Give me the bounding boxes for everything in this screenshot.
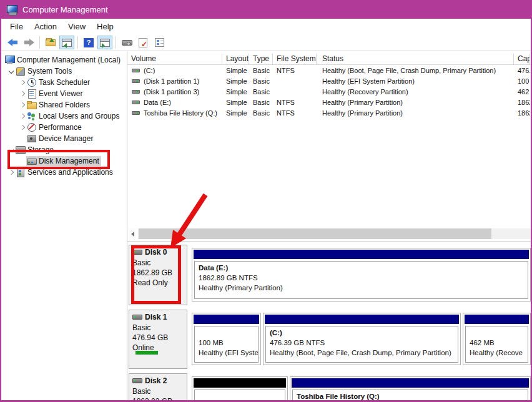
up-one-level-button[interactable] — [43, 36, 58, 49]
disk-management-icon — [27, 157, 36, 165]
volume-row-data-e[interactable]: Data (E:) Simple Basic NTFS Healthy (Pri… — [127, 97, 531, 107]
toolbar: ? — [1, 34, 531, 51]
volume-row-disk1p1[interactable]: (Disk 1 partition 1) Simple Basic Health… — [127, 76, 531, 86]
volume-capacity: 1862 — [514, 99, 530, 106]
computer-management-app-icon — [7, 5, 17, 14]
tree-item-performance[interactable]: Performance — [1, 122, 127, 133]
partition-health: Healthy (Recove — [470, 348, 526, 358]
menu-view[interactable]: View — [62, 21, 91, 32]
back-button[interactable] — [5, 36, 20, 49]
partition-c[interactable]: (C:) 476.39 GB NTFS Healthy (Boot, Page … — [263, 313, 461, 365]
arrow-right-icon — [24, 39, 34, 46]
scroll-left-arrow-icon — [131, 232, 134, 237]
volume-status: Healthy (Primary Partition) — [317, 99, 514, 106]
tree-item-disk-management[interactable]: Disk Management — [1, 155, 127, 167]
tree-chevron-icon[interactable] — [18, 100, 26, 109]
help-button[interactable]: ? — [81, 36, 96, 49]
show-console-tree-button[interactable] — [59, 36, 74, 49]
tree-item-task-scheduler[interactable]: Task Scheduler — [1, 77, 127, 88]
volume-list: VolumeLayoutTypeFile SystemStatusCapacit… — [127, 54, 531, 118]
performance-icon — [27, 123, 36, 132]
partition-efi-system[interactable]: 100 MB Healthy (EFI System — [192, 313, 261, 365]
tree-item-computer-management[interactable]: Computer Management (Local) — [1, 54, 127, 66]
volume-drive-icon — [132, 100, 140, 104]
volume-row-c[interactable]: (C:) Simple Basic NTFS Healthy (Boot, Pa… — [127, 65, 531, 76]
disk-drive-icon — [132, 315, 142, 320]
tree-chevron-icon[interactable] — [7, 145, 15, 154]
tree-item-label: Performance — [39, 123, 82, 132]
tree-chevron-icon[interactable] — [18, 89, 26, 98]
disk-status: Read Only — [132, 278, 187, 288]
tree-chevron-icon[interactable] — [18, 78, 26, 87]
col-volume[interactable]: Volume — [127, 54, 222, 64]
disk-type: Basic — [132, 258, 187, 268]
tree-chevron-icon[interactable] — [18, 123, 26, 132]
toolbar-separator[interactable] — [39, 36, 40, 49]
tree-item-shared-folders[interactable]: Shared Folders — [1, 99, 127, 110]
tree-chevron-icon[interactable] — [18, 112, 26, 120]
event-viewer-icon — [27, 89, 36, 98]
partition-toshiba-q[interactable]: Toshiba File History (Q:) 1862.92 GB NTF… — [290, 376, 531, 402]
disk-1-label[interactable]: Disk 1 Basic 476.94 GB Online — [129, 310, 187, 369]
col-layout[interactable]: Layout — [222, 54, 249, 64]
partition-size: 1862.89 GB NTFS — [199, 273, 526, 283]
tree-chevron-icon[interactable] — [7, 67, 15, 76]
disk-type: Basic — [132, 323, 187, 333]
menu-action[interactable]: Action — [29, 21, 62, 32]
disk-0-label[interactable]: Disk 0 Basic 1862.89 GB Read Only — [129, 245, 187, 305]
col-status[interactable]: Status — [317, 54, 514, 64]
task-checklist-button[interactable] — [152, 36, 167, 49]
tree-item-storage[interactable]: Storage — [1, 144, 127, 155]
partition-color-bar — [292, 378, 529, 388]
tree-item-system-tools[interactable]: System Tools — [1, 66, 127, 77]
partition-size: 100 MB — [199, 338, 257, 348]
tree-item-label: Task Scheduler — [39, 78, 90, 87]
partition-color-bar — [265, 315, 459, 324]
tree-item-device-manager[interactable]: Device Manager — [1, 133, 127, 144]
tree-item-event-viewer[interactable]: Event Viewer — [1, 88, 127, 99]
disk-type: Basic — [132, 386, 187, 396]
computer-management-window: Computer Management FileActionViewHelp ? — [0, 0, 532, 402]
toolbar-separator[interactable] — [77, 36, 78, 49]
forward-button[interactable] — [21, 36, 36, 49]
disk-1-row: Disk 1 Basic 476.94 GB Online — [129, 310, 531, 369]
horizontal-scrollbar[interactable] — [127, 228, 531, 239]
volume-name: Toshiba File History (Q:) — [144, 109, 217, 117]
scroll-left-button[interactable] — [127, 228, 138, 239]
tree-chevron-icon[interactable] — [7, 168, 15, 177]
menu-help[interactable]: Help — [91, 21, 119, 32]
drive-tool-button[interactable] — [119, 36, 134, 49]
volume-layout: Simple — [222, 109, 249, 117]
disk-name: Disk 0 — [145, 248, 167, 257]
tree-item-services-and-applications[interactable]: Services and Applications — [1, 167, 127, 178]
scrollbar-thumb[interactable] — [139, 228, 491, 239]
tree-chevron-icon[interactable] — [18, 134, 26, 143]
tree-chevron-icon[interactable] — [18, 157, 26, 165]
volume-row-toshiba[interactable]: Toshiba File History (Q:) Simple Basic N… — [127, 107, 531, 118]
check-document-button[interactable] — [135, 36, 150, 49]
partition-recovery[interactable]: 462 MB Healthy (Recove — [463, 313, 531, 365]
drive-tool-icon — [122, 40, 132, 46]
tree-item-local-users-and-groups[interactable]: Local Users and Groups — [1, 110, 127, 122]
volume-layout: Simple — [222, 88, 249, 96]
disk-2-label[interactable]: Disk 2 Basic 1863.02 GB — [129, 373, 187, 402]
tree-item-label: Computer Management (Local) — [17, 56, 121, 64]
volume-status: Healthy (Boot, Page File, Crash Dump, Pr… — [317, 67, 514, 74]
partition-101mb[interactable]: 101 MB — [192, 376, 288, 402]
title-bar: Computer Management — [1, 0, 531, 19]
partition-data-e[interactable]: Data (E:) 1862.89 GB NTFS Healthy (Prima… — [192, 248, 531, 302]
tree-item-label: Device Manager — [39, 134, 93, 143]
volume-file-system: NTFS — [273, 99, 317, 106]
col-capacity[interactable]: Capacity — [514, 54, 530, 64]
col-file-system[interactable]: File System — [273, 54, 317, 64]
volume-row-disk1p3[interactable]: (Disk 1 partition 3) Simple Basic Health… — [127, 86, 531, 97]
tree-item-label: System Tools — [27, 67, 72, 76]
users-icon — [27, 112, 36, 120]
toolbar-separator[interactable] — [116, 36, 116, 49]
show-action-pane-button[interactable] — [97, 36, 112, 49]
device-manager-icon — [27, 134, 36, 143]
volume-status: Healthy (Recovery Partition) — [317, 88, 514, 96]
col-type[interactable]: Type — [249, 54, 273, 64]
partition-color-bar — [194, 378, 286, 388]
menu-file[interactable]: File — [4, 21, 29, 32]
